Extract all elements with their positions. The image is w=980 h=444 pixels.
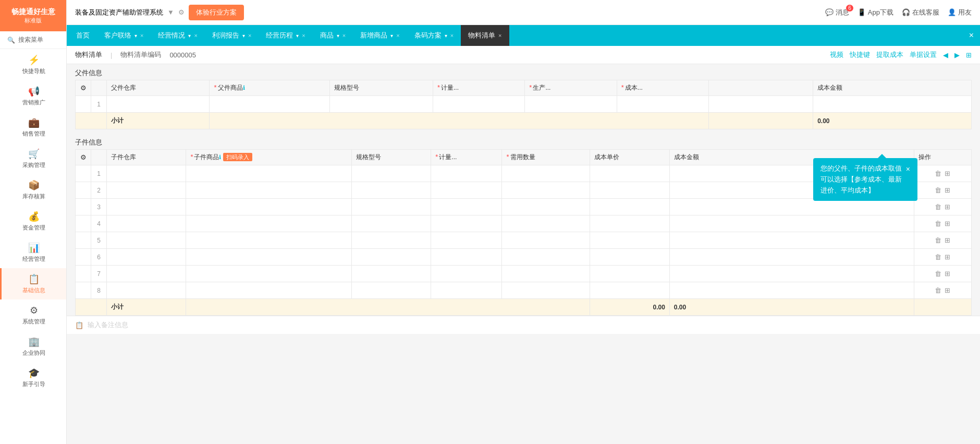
tab-barcode[interactable]: 条码方案 ▾ × xyxy=(407,25,461,46)
shortcut-button[interactable]: 快捷键 xyxy=(850,50,870,59)
child-unit-cost-cell[interactable] xyxy=(590,249,669,266)
tab-close-icon[interactable]: × xyxy=(248,32,251,39)
sidebar-item-enterprise[interactable]: 🏢 企业协同 xyxy=(0,331,66,362)
sidebar-item-system[interactable]: ⚙ 系统管理 xyxy=(0,299,66,331)
copy-icon[interactable]: ⊞ xyxy=(945,286,950,294)
child-warehouse-cell[interactable] xyxy=(107,266,186,282)
copy-icon[interactable]: ⊞ xyxy=(945,170,950,177)
parent-col-settings[interactable]: ⚙ xyxy=(76,80,91,96)
parent-cost-cell[interactable] xyxy=(617,96,708,113)
tab-close-icon[interactable]: × xyxy=(498,32,501,39)
search-menu[interactable]: 🔍 搜索菜单 xyxy=(0,31,66,49)
child-spec-cell[interactable] xyxy=(351,232,431,249)
grid-button[interactable]: ⊞ xyxy=(966,51,972,59)
tab-close-icon[interactable]: × xyxy=(194,32,197,39)
child-need-qty-cell[interactable] xyxy=(502,165,590,182)
parent-qty-cell[interactable] xyxy=(433,96,524,113)
note-hint[interactable]: 输入备注信息 xyxy=(88,320,972,330)
cost-button[interactable]: 提取成本 xyxy=(876,50,903,59)
tab-bom[interactable]: 物料清单 × xyxy=(461,25,509,46)
sidebar-item-quick-nav[interactable]: ⚡ 快捷导航 xyxy=(0,49,66,80)
service-item[interactable]: 🎧 在线客服 xyxy=(902,8,939,17)
copy-icon[interactable]: ⊞ xyxy=(945,203,950,211)
sidebar-item-finance[interactable]: 💰 资金管理 xyxy=(0,206,66,237)
child-spec-cell[interactable] xyxy=(351,165,431,182)
sidebar-item-guide[interactable]: 🎓 新手引导 xyxy=(0,362,66,393)
trial-button[interactable]: 体验行业方案 xyxy=(189,5,244,20)
view-button[interactable]: 视频 xyxy=(830,50,843,59)
child-need-qty-cell[interactable] xyxy=(502,182,590,199)
delete-icon[interactable]: 🗑 xyxy=(935,203,941,211)
next-button[interactable]: ▶ xyxy=(954,51,960,59)
copy-icon[interactable]: ⊞ xyxy=(945,236,950,244)
child-product-cell[interactable] xyxy=(186,249,351,266)
child-unit-cost-cell[interactable] xyxy=(590,199,669,215)
tab-close-icon[interactable]: × xyxy=(140,32,143,39)
child-need-qty-cell[interactable] xyxy=(502,232,590,249)
child-qty-unit-cell[interactable] xyxy=(431,282,502,299)
sidebar-item-sales[interactable]: 💼 销售管理 xyxy=(0,112,66,143)
parent-spec-cell[interactable] xyxy=(330,96,433,113)
child-spec-cell[interactable] xyxy=(351,249,431,266)
child-warehouse-cell[interactable] xyxy=(107,182,186,199)
child-qty-unit-cell[interactable] xyxy=(431,232,502,249)
child-unit-cost-cell[interactable] xyxy=(590,282,669,299)
tab-close-icon[interactable]: × xyxy=(450,32,454,39)
tab-close-icon[interactable]: × xyxy=(396,32,399,39)
child-qty-unit-cell[interactable] xyxy=(431,266,502,282)
sidebar-item-marketing[interactable]: 📢 营销推广 xyxy=(0,80,66,112)
child-need-qty-cell[interactable] xyxy=(502,249,590,266)
delete-icon[interactable]: 🗑 xyxy=(935,270,941,278)
tab-new-product[interactable]: 新增商品 ▾ × xyxy=(353,25,407,46)
settings-icon[interactable]: ⚙ xyxy=(178,8,185,16)
tab-home[interactable]: 首页 xyxy=(69,25,97,46)
scan-badge[interactable]: 扫码录入 xyxy=(223,153,252,161)
delete-icon[interactable]: 🗑 xyxy=(935,220,941,227)
nav-close-all-button[interactable]: × xyxy=(965,31,978,40)
tab-product[interactable]: 商品 ▾ × xyxy=(313,25,353,46)
child-warehouse-cell[interactable] xyxy=(107,232,186,249)
parent-product-cell[interactable] xyxy=(210,96,330,113)
child-qty-unit-cell[interactable] xyxy=(431,215,502,232)
child-qty-unit-cell[interactable] xyxy=(431,249,502,266)
delete-icon[interactable]: 🗑 xyxy=(935,236,941,244)
child-product-cell[interactable] xyxy=(186,232,351,249)
parent-produce-cell[interactable] xyxy=(525,96,617,113)
child-unit-cost-cell[interactable] xyxy=(590,266,669,282)
tab-close-icon[interactable]: × xyxy=(302,32,305,39)
sidebar-item-operations[interactable]: 📊 经营管理 xyxy=(0,237,66,268)
delete-icon[interactable]: 🗑 xyxy=(935,286,941,294)
child-unit-cost-cell[interactable] xyxy=(590,165,669,182)
tab-close-icon[interactable]: × xyxy=(342,32,346,39)
breadcrumb-tab1[interactable]: 物料清单 xyxy=(75,50,102,59)
child-spec-cell[interactable] xyxy=(351,199,431,215)
child-col-settings[interactable]: ⚙ xyxy=(76,150,91,165)
child-unit-cost-cell[interactable] xyxy=(590,232,669,249)
child-unit-cost-cell[interactable] xyxy=(590,215,669,232)
child-product-cell[interactable] xyxy=(186,182,351,199)
delete-icon[interactable]: 🗑 xyxy=(935,186,941,194)
app-download-item[interactable]: 📱 App下载 xyxy=(858,8,893,17)
sidebar-item-inventory[interactable]: 📦 库存核算 xyxy=(0,174,66,206)
user-item[interactable]: 👤 用友 xyxy=(948,8,972,17)
child-spec-cell[interactable] xyxy=(351,215,431,232)
child-need-qty-cell[interactable] xyxy=(502,215,590,232)
child-warehouse-cell[interactable] xyxy=(107,165,186,182)
child-product-cell[interactable] xyxy=(186,266,351,282)
copy-icon[interactable]: ⊞ xyxy=(945,253,950,261)
prev-button[interactable]: ◀ xyxy=(943,51,948,59)
child-qty-unit-cell[interactable] xyxy=(431,182,502,199)
child-product-cell[interactable] xyxy=(186,199,351,215)
child-spec-cell[interactable] xyxy=(351,282,431,299)
child-qty-unit-cell[interactable] xyxy=(431,199,502,215)
child-warehouse-cell[interactable] xyxy=(107,215,186,232)
message-item[interactable]: 💬 消息 6 xyxy=(825,8,849,17)
tab-profit[interactable]: 利润报告 ▾ × xyxy=(205,25,259,46)
tab-customer[interactable]: 客户联络 ▾ × xyxy=(97,25,151,46)
child-qty-unit-cell[interactable] xyxy=(431,165,502,182)
child-spec-cell[interactable] xyxy=(351,182,431,199)
child-product-cell[interactable] xyxy=(186,165,351,182)
child-need-qty-cell[interactable] xyxy=(502,199,590,215)
child-warehouse-cell[interactable] xyxy=(107,282,186,299)
tooltip-close-btn[interactable]: × xyxy=(906,163,910,175)
